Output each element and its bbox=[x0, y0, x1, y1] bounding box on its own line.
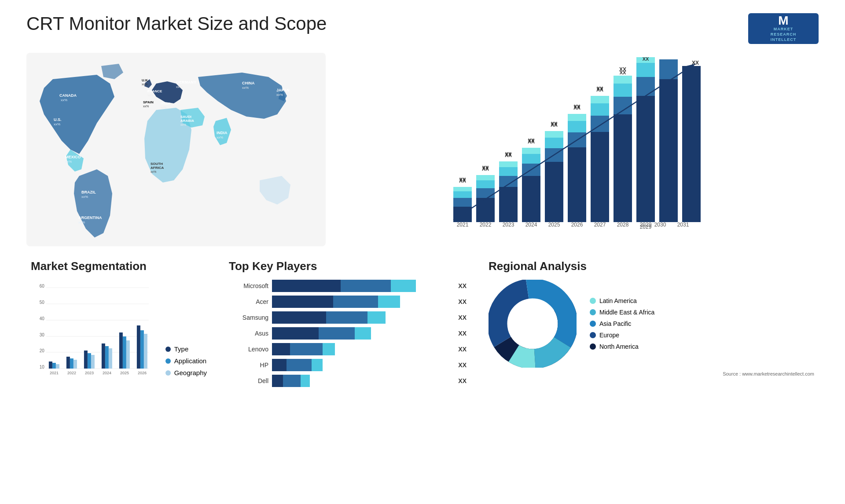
svg-text:XX: XX bbox=[597, 86, 603, 91]
svg-rect-88 bbox=[659, 79, 678, 222]
svg-rect-90 bbox=[682, 66, 701, 222]
svg-rect-45 bbox=[499, 187, 518, 222]
svg-text:XX: XX bbox=[528, 138, 535, 143]
svg-rect-138 bbox=[144, 334, 147, 369]
svg-text:CHINA: CHINA bbox=[242, 81, 255, 85]
svg-text:2021: 2021 bbox=[50, 371, 59, 375]
svg-text:BRAZIL: BRAZIL bbox=[81, 190, 96, 194]
svg-rect-65 bbox=[568, 121, 586, 132]
list-item: Microsoft XX bbox=[229, 280, 467, 292]
svg-text:xx%: xx% bbox=[78, 220, 85, 224]
svg-rect-54 bbox=[522, 148, 540, 154]
seg-chart-svg: 60 50 40 30 20 10 bbox=[31, 280, 157, 376]
svg-rect-116 bbox=[49, 362, 52, 369]
geography-dot bbox=[165, 370, 171, 376]
svg-rect-82 bbox=[636, 77, 655, 96]
logo-letter: M bbox=[778, 15, 788, 27]
svg-text:INDIA: INDIA bbox=[217, 131, 228, 135]
svg-rect-124 bbox=[84, 351, 88, 369]
svg-rect-48 bbox=[499, 161, 518, 167]
page-title: CRT Monitor Market Size and Scope bbox=[26, 13, 327, 34]
svg-rect-130 bbox=[109, 348, 112, 369]
latin-label: Latin America bbox=[599, 297, 637, 304]
source-text: Source : www.marketresearchintellect.com bbox=[489, 371, 814, 376]
latin-dot bbox=[590, 298, 596, 304]
regional-section: Regional Analysis bbox=[484, 259, 819, 391]
seg-chart: 60 50 40 30 20 10 bbox=[31, 280, 157, 376]
svg-rect-42 bbox=[476, 175, 495, 180]
svg-text:xx%: xx% bbox=[81, 195, 88, 199]
svg-text:XX: XX bbox=[574, 104, 580, 109]
svg-rect-136 bbox=[137, 325, 140, 369]
svg-rect-60 bbox=[545, 131, 563, 138]
player-value-dell: XX bbox=[458, 377, 467, 384]
svg-text:SAUDI: SAUDI bbox=[180, 115, 191, 119]
logo: M MARKET RESEARCH INTELLECT bbox=[748, 13, 819, 44]
svg-text:XX: XX bbox=[459, 177, 466, 182]
svg-rect-66 bbox=[568, 114, 586, 121]
type-label: Type bbox=[174, 345, 189, 353]
svg-text:2026: 2026 bbox=[138, 371, 147, 375]
svg-rect-81 bbox=[636, 96, 655, 222]
svg-text:xx%: xx% bbox=[147, 94, 153, 97]
svg-text:xx%: xx% bbox=[161, 106, 166, 109]
svg-rect-76 bbox=[614, 97, 632, 114]
bar-chart-svg: XX 2021 XX 2022 XX 2023 bbox=[343, 57, 810, 242]
legend-mea: Middle East & Africa bbox=[590, 309, 654, 316]
asia-label: Asia Pacific bbox=[599, 320, 631, 327]
svg-text:2031: 2031 bbox=[677, 222, 689, 228]
player-value-lenovo: XX bbox=[458, 346, 467, 353]
legend-latin-america: Latin America bbox=[590, 297, 654, 304]
legend-application: Application bbox=[165, 357, 207, 365]
svg-text:xx%: xx% bbox=[176, 85, 183, 89]
header: CRT Monitor Market Size and Scope M MARK… bbox=[26, 13, 819, 44]
na-label: North America bbox=[599, 343, 639, 350]
logo-text: MARKET RESEARCH INTELLECT bbox=[771, 27, 797, 42]
svg-text:JAPAN: JAPAN bbox=[276, 88, 290, 92]
svg-text:20: 20 bbox=[40, 348, 45, 353]
svg-rect-51 bbox=[522, 176, 540, 222]
svg-text:ARABIA: ARABIA bbox=[180, 119, 194, 123]
player-bar-asus bbox=[272, 327, 452, 340]
svg-text:2030: 2030 bbox=[654, 222, 666, 228]
player-name-asus: Asus bbox=[229, 330, 268, 337]
application-dot bbox=[165, 358, 171, 364]
svg-text:XX: XX bbox=[692, 60, 699, 66]
list-item: Samsung XX bbox=[229, 311, 467, 324]
svg-rect-41 bbox=[476, 180, 495, 188]
svg-text:xx%: xx% bbox=[54, 122, 60, 126]
svg-rect-39 bbox=[476, 198, 495, 222]
player-value-acer: XX bbox=[458, 298, 467, 305]
svg-text:MEXICO: MEXICO bbox=[65, 155, 81, 159]
mea-label: Middle East & Africa bbox=[599, 309, 654, 316]
svg-text:2024: 2024 bbox=[103, 371, 111, 375]
svg-text:SOUTH: SOUTH bbox=[151, 162, 163, 166]
svg-rect-133 bbox=[123, 336, 126, 369]
svg-text:xx%: xx% bbox=[143, 105, 149, 108]
geography-label: Geography bbox=[174, 369, 207, 376]
svg-text:ARGENTINA: ARGENTINA bbox=[78, 215, 102, 220]
svg-text:2028: 2028 bbox=[617, 222, 629, 228]
list-item: Lenovo XX bbox=[229, 343, 467, 355]
svg-text:xx%: xx% bbox=[142, 83, 147, 86]
svg-text:2023: 2023 bbox=[85, 371, 94, 375]
legend-europe: Europe bbox=[590, 332, 654, 339]
svg-text:10: 10 bbox=[40, 365, 45, 369]
players-list: Microsoft XX Acer bbox=[229, 280, 467, 387]
svg-text:50: 50 bbox=[40, 300, 45, 305]
svg-rect-63 bbox=[568, 147, 586, 222]
svg-text:2023: 2023 bbox=[503, 222, 514, 228]
svg-rect-53 bbox=[522, 154, 540, 164]
svg-text:XX: XX bbox=[482, 165, 489, 170]
svg-text:FRANCE: FRANCE bbox=[147, 89, 162, 93]
type-dot bbox=[165, 347, 171, 352]
segmentation-section: Market Segmentation 60 50 40 30 20 10 bbox=[26, 259, 211, 391]
svg-rect-83 bbox=[636, 63, 655, 77]
svg-rect-125 bbox=[88, 353, 91, 369]
application-label: Application bbox=[174, 357, 206, 365]
svg-text:SPAIN: SPAIN bbox=[143, 100, 154, 104]
player-bar-dell bbox=[272, 375, 452, 387]
svg-rect-134 bbox=[126, 340, 130, 369]
svg-rect-35 bbox=[453, 191, 472, 198]
svg-text:U.S.: U.S. bbox=[54, 117, 62, 122]
